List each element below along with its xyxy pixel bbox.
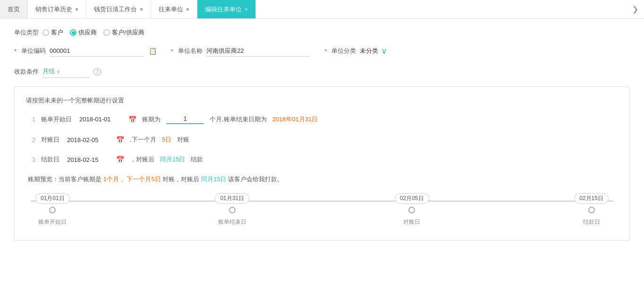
config-row-1: 1 账单开始日 2018-01-01 📅 账期为 个月,账单结束日期为 2018… [26, 114, 618, 124]
unit-type-field: 单位类型 客户 供应商 客户/供应商 [14, 28, 144, 37]
section-title: 请按照未来的一个完整帐期进行设置 [26, 96, 618, 105]
tab-expand-button[interactable]: ❯ [627, 5, 644, 14]
preview-label: 账期预览：当前客户账期是 [28, 176, 102, 183]
tab-sales-order-history[interactable]: 销售订单历史 × [28, 0, 86, 18]
timeline-point-3: 02月15日 结款日 [574, 193, 609, 226]
point-label-1: 01月31日 [215, 193, 249, 204]
row-date-1: 2018-01-01 [79, 116, 122, 123]
tab-partner-unit[interactable]: 往来单位 × [151, 0, 197, 18]
timeline-point-1: 01月31日 账单结束日 [215, 193, 249, 226]
radio-supplier[interactable]: 供应商 [70, 28, 97, 37]
close-tab-edit-partner[interactable]: × [245, 7, 248, 12]
calendar-icon-3[interactable]: 📅 [116, 156, 124, 163]
close-tab-sales[interactable]: × [75, 7, 78, 12]
payment-condition-label: 收款条件 [14, 68, 39, 76]
payment-condition-value: 月结 [42, 67, 55, 76]
point-desc-1: 账单结束日 [218, 218, 246, 226]
timeline-point-0: 01月01日 账单开始日 [35, 193, 70, 226]
radio-label-supplier: 供应商 [78, 28, 97, 37]
row-suffix-3c: 结款 [191, 155, 203, 164]
row-suffix-2b: 5日 [162, 135, 171, 144]
classify-arrow-icon: ∨ [381, 46, 387, 56]
radio-circle-customer [42, 29, 49, 36]
point-dot-3 [588, 207, 595, 213]
preview-account: 下一个月5日 [127, 176, 161, 183]
row-num-1: 1 [26, 116, 35, 123]
unit-classify-label: 单位分类 [331, 47, 356, 55]
period-input[interactable] [166, 114, 204, 124]
main-content: 单位类型 客户 供应商 客户/供应商 * 单位编码 [0, 19, 644, 287]
point-desc-2: 对账日 [403, 218, 420, 226]
calendar-icon-1[interactable]: 📅 [128, 116, 136, 123]
radio-label-customer: 客户 [51, 28, 63, 37]
point-desc-3: 结款日 [583, 218, 600, 226]
unit-code-icon[interactable]: 📋 [149, 47, 157, 55]
help-icon[interactable]: ? [93, 68, 101, 76]
row-suffix-3a: ，对账后 [130, 155, 154, 164]
close-tab-cash[interactable]: × [140, 7, 143, 12]
payment-condition-field: 收款条件 月结 ∨ ? [14, 65, 101, 78]
radio-label-both: 客户/供应商 [112, 28, 144, 37]
config-row-3: 3 结款日 2018-02-15 📅 ，对账后 同月15日 结款 [26, 155, 618, 164]
unit-code-label: 单位编码 [21, 47, 46, 55]
point-dot-0 [49, 207, 56, 213]
calendar-icon-2[interactable]: 📅 [116, 136, 124, 144]
point-label-0: 01月01日 [35, 193, 70, 204]
row-date-3: 2018-02-15 [67, 156, 110, 163]
tab-home[interactable]: 首页 [0, 0, 28, 18]
row-suffix-2a: ,下一个月 [130, 135, 156, 144]
unit-name-field: * 单位名称 [171, 45, 310, 57]
tab-bar: 首页 销售订单历史 × 钱货日清工作台 × 往来单位 × 编辑往来单位 × ❯ [0, 0, 644, 19]
unit-classify-field: * 单位分类 未分类 ∨ [324, 46, 387, 56]
point-label-3: 02月15日 [574, 193, 609, 204]
row-suffix-before-1: 账期为 [142, 115, 161, 124]
unit-name-input[interactable] [206, 45, 310, 57]
row-suffix-2c: 对账 [177, 135, 189, 144]
payment-condition-arrow-icon: ∨ [57, 69, 60, 74]
unit-type-row: 单位类型 客户 供应商 客户/供应商 [14, 28, 630, 37]
point-label-2: 02月05日 [395, 193, 429, 204]
code-name-classify-row: * 单位编码 📋 * 单位名称 * 单位分类 未分类 ∨ [14, 45, 630, 57]
required-star-code: * [14, 48, 17, 55]
row-num-3: 3 [26, 156, 35, 163]
preview-mid: 对账，对账后 [162, 176, 199, 183]
row-num-2: 2 [26, 136, 35, 144]
radio-circle-supplier [70, 29, 76, 36]
payment-condition-dropdown[interactable]: 月结 ∨ [42, 65, 90, 78]
close-tab-partner[interactable]: × [186, 7, 189, 12]
radio-group: 客户 供应商 客户/供应商 [42, 28, 144, 37]
row-label-3: 结款日 [41, 155, 59, 164]
unit-type-label: 单位类型 [14, 28, 39, 37]
required-star-classify: * [324, 48, 327, 55]
required-star-name: * [171, 48, 173, 55]
radio-customer[interactable]: 客户 [42, 28, 63, 37]
row-suffix-after-1: 个月,账单结束日期为 [210, 115, 267, 124]
unit-code-input[interactable] [50, 45, 144, 57]
tab-cash-work[interactable]: 钱货日清工作台 × [86, 0, 151, 18]
preview-end: 该客户会给我打款。 [228, 176, 283, 183]
point-desc-0: 账单开始日 [38, 218, 67, 226]
unit-name-label: 单位名称 [178, 47, 203, 55]
radio-both[interactable]: 客户/供应商 [103, 28, 144, 37]
preview-period: 1个月， [103, 176, 125, 183]
end-date-1: 2018年01月31日 [272, 115, 318, 124]
radio-circle-both [103, 29, 110, 36]
point-dot-2 [408, 207, 415, 213]
timeline-wrapper: 01月01日 账单开始日 01月31日 账单结束日 02月05日 对账日 02月… [26, 193, 618, 226]
row-label-2: 对账日 [41, 135, 59, 144]
row-date-2: 2018-02-05 [67, 136, 110, 144]
row-suffix-3b: 同月15日 [160, 155, 185, 164]
preview-text: 账期预览：当前客户账期是 1个月， 下一个月5日 对账，对账后 同月15日 该客… [26, 175, 618, 184]
payment-condition-row: 收款条件 月结 ∨ ? [14, 65, 630, 78]
period-section: 请按照未来的一个完整帐期进行设置 1 账单开始日 2018-01-01 📅 账期… [14, 86, 630, 241]
classify-value: 未分类 [360, 47, 378, 55]
classify-dropdown[interactable]: 未分类 ∨ [360, 46, 387, 56]
point-dot-1 [229, 207, 236, 213]
timeline-points: 01月01日 账单开始日 01月31日 账单结束日 02月05日 对账日 02月… [35, 193, 609, 226]
row-label-1: 账单开始日 [41, 115, 72, 124]
config-row-2: 2 对账日 2018-02-05 📅 ,下一个月5日 对账 [26, 135, 618, 144]
preview-settle: 同月15日 [201, 176, 226, 183]
timeline-point-2: 02月05日 对账日 [395, 193, 429, 226]
tab-edit-partner-unit[interactable]: 编辑往来单位 × [197, 0, 256, 18]
unit-code-field: * 单位编码 📋 [14, 45, 157, 57]
